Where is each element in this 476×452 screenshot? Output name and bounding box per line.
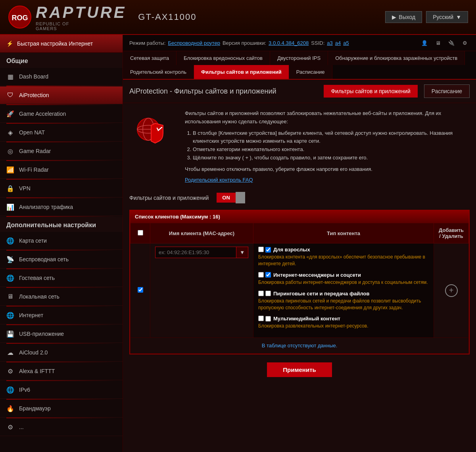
cb-adult[interactable] — [265, 247, 271, 253]
mode-link[interactable]: Беспроводной роутер — [168, 40, 220, 46]
cb-adult-outer[interactable] — [258, 247, 264, 252]
sidebar-item-internet[interactable]: 🌐 Интернет — [0, 306, 123, 324]
ssid-link-a5[interactable]: а5 — [343, 40, 349, 46]
cb-messengers[interactable] — [265, 272, 271, 278]
cb-media-outer[interactable] — [258, 316, 264, 321]
settings-icon[interactable]: ⚙ — [460, 38, 470, 48]
layout: ⚡ Быстрая настройка Интернет Общие ▦ Das… — [0, 35, 476, 452]
apply-button[interactable]: Применить — [267, 362, 332, 377]
sidebar-item-network-map[interactable]: 🌐 Карта сети — [0, 232, 123, 250]
sidebar-item-label: Анализатор трафика — [19, 204, 73, 210]
sidebar: ⚡ Быстрая настройка Интернет Общие ▦ Das… — [0, 35, 123, 452]
no-data-text: В таблице отсутствуют данные. — [131, 338, 469, 354]
table-row: ▼ Для взрослы — [131, 243, 469, 338]
toggle-switch[interactable]: ON — [217, 192, 245, 203]
col-add-remove: Добавить / Удалить — [434, 223, 469, 243]
page-header: AiProtection - Фильтры сайтов и приложен… — [123, 80, 476, 103]
filter-toggle-label: Фильтры сайтов и приложений — [129, 195, 209, 201]
sidebar-item-label: AiProtection — [19, 92, 49, 98]
exit-button[interactable]: ▶ Выход — [385, 11, 422, 23]
sidebar-item-aiprotection[interactable]: 🛡 AiProtection — [0, 86, 123, 104]
tab-block-infected[interactable]: Обнаружение и блокировка заражённых устр… — [328, 51, 465, 65]
sidebar-item-label: Брандмауэр — [19, 405, 51, 412]
general-section-label: Общие — [0, 53, 123, 68]
sidebar-item-ipv6[interactable]: 🌐 IPv6 — [0, 381, 123, 399]
sidebar-item-label: Гостевая сеть — [19, 275, 55, 281]
sidebar-item-lan[interactable]: 🖥 Локальная сеть — [0, 288, 123, 306]
info-block: Фильтры сайтов и приложений позволяют за… — [129, 109, 470, 184]
chevron-down-icon: ▼ — [456, 14, 461, 20]
mac-dropdown-btn[interactable]: ▼ — [236, 247, 248, 258]
tab-block-malware[interactable]: Блокировка вредоносных сайтов — [177, 51, 270, 65]
sidebar-item-game-radar[interactable]: ◎ Game Radar — [0, 142, 123, 160]
sidebar-item-usb-app[interactable]: 💾 USB-приложение — [0, 325, 123, 343]
sidebar-item-label: Game Radar — [19, 148, 51, 154]
cb-p2p-outer[interactable] — [258, 291, 264, 296]
wifi-radar-icon: 📶 — [6, 166, 14, 174]
lan-icon: 🖥 — [6, 293, 14, 301]
sidebar-item-label: Локальная сеть — [19, 293, 60, 300]
select-all-checkbox[interactable] — [138, 230, 143, 236]
tab-ips[interactable]: Двусторонний IPS — [270, 51, 328, 65]
info-description: Фильтры сайтов и приложений позволяют за… — [185, 109, 470, 184]
col-client-name: Имя клиента (МАС-адрес) — [150, 223, 253, 243]
btn-site-filter-tab[interactable]: Фильтры сайтов и приложений — [324, 85, 417, 98]
usb-icon[interactable]: 🔌 — [447, 38, 456, 48]
aiprotection-icon: 🛡 — [6, 91, 14, 99]
toggle-handle[interactable] — [236, 192, 245, 203]
sidebar-item-game-acceleration[interactable]: 🚀 Game Acceleration — [0, 105, 123, 123]
sidebar-item-open-nat[interactable]: ◈ Open NAT — [0, 124, 123, 142]
language-button[interactable]: Русский ▼ — [426, 11, 468, 23]
row-checkbox[interactable] — [138, 287, 143, 293]
sidebar-item-wifi-radar[interactable]: 📶 Wi-Fi Radar — [0, 161, 123, 179]
sidebar-item-alexa[interactable]: ⚙ Alexa & IFTTT — [0, 362, 123, 380]
content-item-messengers: Интернет-мессенджеры и соцсети Блокировк… — [258, 272, 429, 286]
firmware-link[interactable]: 3.0.0.4.384_6208 — [269, 40, 309, 46]
header-right: ▶ Выход Русский ▼ — [385, 11, 468, 23]
dashboard-icon: ▦ — [6, 73, 14, 80]
add-client-button[interactable]: + — [445, 284, 458, 297]
sidebar-item-guest-net[interactable]: 🌐 Гостевая сеть — [0, 269, 123, 287]
tab-network-protect[interactable]: Сетевая защита — [123, 51, 177, 65]
sidebar-item-firewall[interactable]: 🔥 Брандмауэр — [0, 400, 123, 418]
rog-logo-icon: ROG — [8, 5, 32, 29]
svg-text:ROG: ROG — [12, 14, 28, 22]
sidebar-item-quick-setup[interactable]: ⚡ Быстрая настройка Интернет — [0, 35, 123, 53]
sidebar-item-label: Open NAT — [19, 129, 45, 136]
adult-desc: Блокировка контента «для взрослых» обесп… — [258, 254, 429, 267]
brand-name: RAPTURE REPUBLIC OFGAMERS — [36, 4, 126, 31]
status-bar: Режим работы: Беспроводной роутер Версия… — [123, 35, 476, 51]
sidebar-item-label: Alexa & IFTTT — [19, 368, 55, 374]
cb-p2p[interactable] — [265, 291, 271, 296]
sidebar-item-label: VPN — [19, 185, 31, 192]
tab-site-filter[interactable]: Фильтры сайтов и приложений — [194, 65, 289, 79]
exit-icon: ▶ — [392, 14, 396, 20]
header: ROG RAPTURE REPUBLIC OFGAMERS GT-AX11000… — [0, 0, 476, 35]
tab-parent-ctrl[interactable]: Родительский контроль — [123, 65, 194, 79]
monitor-icon[interactable]: 🖥 — [433, 38, 443, 48]
sidebar-item-wireless[interactable]: 📡 Беспроводная сеть — [0, 251, 123, 268]
cb-messengers-outer[interactable] — [258, 272, 264, 278]
wireless-icon: 📡 — [6, 255, 14, 263]
shield-globe-icon — [133, 111, 173, 147]
sidebar-item-aicloud[interactable]: ☁ AiCloud 2.0 — [0, 344, 123, 362]
sidebar-item-more[interactable]: ⚙ ... — [0, 418, 123, 436]
sidebar-item-traffic-analyzer[interactable]: 📊 Анализатор трафика — [0, 198, 123, 216]
ssid-link-a3[interactable]: а3 — [327, 40, 332, 46]
faq-link[interactable]: Родительский контроль FAQ — [185, 177, 253, 183]
user-icon[interactable]: 👤 — [420, 38, 429, 48]
media-desc: Блокировка развлекательных интернет-ресу… — [258, 323, 429, 329]
apply-btn-row: Применить — [129, 362, 470, 377]
tab-schedule[interactable]: Расписание — [289, 65, 332, 79]
shield-image — [129, 109, 177, 149]
sidebar-item-vpn[interactable]: 🔒 VPN — [0, 180, 123, 197]
aicloud-icon: ☁ — [6, 349, 14, 356]
firewall-icon: 🔥 — [6, 404, 14, 412]
ssid-link-a4[interactable]: а4 — [335, 40, 341, 46]
mac-input[interactable] — [155, 247, 236, 258]
sidebar-item-dashboard[interactable]: ▦ Dash Board — [0, 68, 123, 86]
content-item-adult: Для взрослых Блокировка контента «для вз… — [258, 247, 429, 267]
btn-schedule-tab[interactable]: Расписание — [424, 84, 470, 98]
cb-media[interactable] — [265, 316, 271, 322]
toggle-on-label[interactable]: ON — [217, 193, 236, 203]
